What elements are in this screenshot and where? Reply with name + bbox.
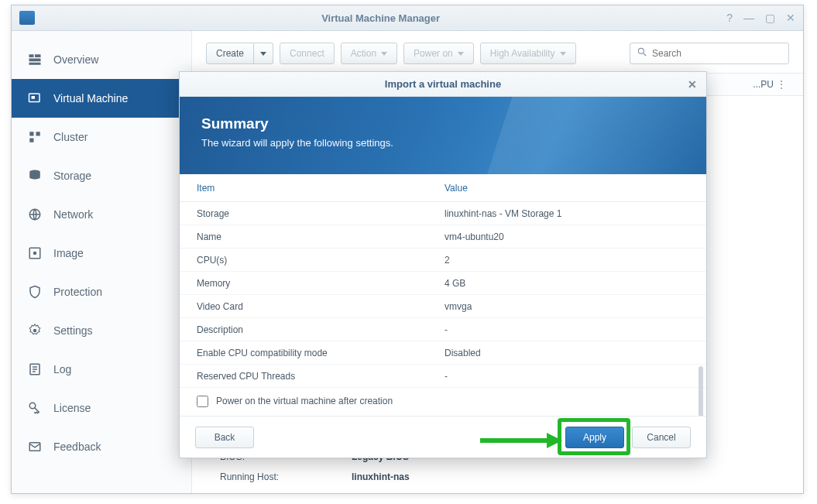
detail-key: Running Host:	[220, 471, 352, 482]
create-button[interactable]: Create	[206, 43, 254, 64]
dialog-close-icon[interactable]: ✕	[688, 78, 697, 91]
sidebar-item-label: Cluster	[53, 131, 88, 143]
sidebar-item-virtual-machine[interactable]: Virtual Machine	[12, 79, 191, 118]
summary-item: Memory	[197, 278, 445, 289]
svg-rect-1	[35, 54, 41, 57]
summary-value: -	[445, 324, 448, 335]
summary-value: vmvga	[445, 301, 472, 312]
connect-button[interactable]: Connect	[280, 43, 335, 64]
summary-item: Name	[197, 231, 445, 242]
sidebar-item-storage[interactable]: Storage	[12, 156, 191, 195]
summary-value: 4 GB	[445, 278, 465, 289]
svg-rect-8	[29, 139, 33, 142]
summary-value: linuxhint-nas - VM Storage 1	[445, 208, 561, 219]
power-on-button[interactable]: Power on	[403, 43, 474, 64]
summary-row: Video Cardvmvga	[180, 295, 706, 318]
grid-col-cpu[interactable]: ...PU	[735, 79, 774, 90]
sidebar-item-image[interactable]: Image	[12, 234, 191, 273]
create-dropdown[interactable]	[254, 43, 273, 64]
sidebar-item-overview[interactable]: Overview	[12, 40, 191, 79]
image-icon	[27, 245, 43, 261]
help-icon[interactable]: ?	[726, 12, 733, 24]
cancel-button[interactable]: Cancel	[632, 427, 691, 448]
svg-rect-3	[29, 63, 41, 65]
sidebar-item-label: Feedback	[53, 441, 101, 453]
caret-down-icon	[381, 52, 387, 56]
create-button-label: Create	[216, 48, 244, 59]
svg-rect-5	[32, 96, 36, 99]
summary-value: Disabled	[445, 348, 481, 358]
sidebar-item-protection[interactable]: Protection	[12, 273, 191, 311]
protection-icon	[27, 284, 43, 300]
summary-row: Namevm4-ubuntu20	[180, 225, 706, 249]
settings-icon	[27, 323, 43, 338]
apply-button-label: Apply	[583, 432, 606, 443]
sidebar-item-settings[interactable]: Settings	[12, 311, 191, 350]
summary-row: Description-	[180, 318, 706, 341]
ha-button-label: High Availability	[490, 48, 555, 59]
sidebar-item-label: Image	[53, 247, 84, 259]
summary-row: CPU(s)2	[180, 249, 706, 272]
summary-row: Memory4 GB	[180, 272, 706, 295]
svg-rect-2	[29, 59, 41, 62]
power-on-button-label: Power on	[414, 48, 453, 59]
svg-rect-6	[29, 132, 33, 135]
dialog-footer: Back Apply Cancel	[180, 416, 706, 458]
power-on-checkbox[interactable]	[197, 396, 208, 407]
cluster-icon	[27, 129, 43, 145]
sidebar-item-cluster[interactable]: Cluster	[12, 118, 191, 156]
dialog-subheading: The wizard will apply the following sett…	[201, 137, 685, 149]
sidebar-item-log[interactable]: Log	[12, 350, 191, 389]
sidebar-item-network[interactable]: Network	[12, 195, 191, 234]
storage-icon	[27, 168, 43, 183]
svg-line-21	[644, 53, 647, 57]
back-button[interactable]: Back	[195, 427, 254, 448]
vm-icon	[27, 91, 43, 106]
minimize-icon[interactable]: —	[743, 12, 754, 24]
power-on-checkbox-label: Power on the virtual machine after creat…	[216, 396, 393, 406]
summary-value: vm4-ubuntu20	[445, 231, 504, 242]
scrollbar-thumb[interactable]	[699, 366, 703, 416]
connect-button-label: Connect	[290, 48, 324, 59]
sidebar-item-feedback[interactable]: Feedback	[12, 427, 191, 466]
summary-item: Storage	[197, 208, 445, 219]
sidebar-item-label: Overview	[53, 53, 98, 66]
apply-button[interactable]: Apply	[565, 427, 624, 448]
maximize-icon[interactable]: ▢	[765, 12, 775, 24]
summary-row: Reserved CPU Threads-	[180, 365, 706, 388]
sidebar-item-label: License	[53, 402, 91, 414]
caret-down-icon	[560, 52, 566, 56]
close-window-icon[interactable]: ✕	[786, 12, 795, 24]
summary-row: Storagelinuxhint-nas - VM Storage 1	[180, 202, 706, 225]
action-button[interactable]: Action	[341, 43, 397, 64]
ha-button[interactable]: High Availability	[480, 43, 576, 64]
sidebar-item-label: Storage	[53, 170, 91, 182]
dialog-titlebar: Import a virtual machine ✕	[180, 72, 706, 97]
svg-point-20	[638, 48, 644, 53]
app-icon	[19, 11, 35, 25]
svg-point-12	[33, 252, 37, 255]
summary-item: Reserved CPU Threads	[197, 371, 445, 382]
dialog-banner: Summary The wizard will apply the follow…	[180, 97, 706, 174]
summary-table-head: Item Value	[180, 174, 706, 202]
svg-point-13	[33, 329, 37, 333]
sidebar: Overview Virtual Machine Cluster Storage…	[12, 31, 192, 493]
svg-rect-0	[29, 54, 34, 57]
summary-item: Description	[197, 324, 445, 335]
sidebar-item-license[interactable]: License	[12, 389, 191, 427]
sidebar-item-label: Network	[53, 208, 93, 221]
search-box[interactable]	[630, 43, 789, 64]
search-input[interactable]	[652, 48, 782, 59]
import-vm-dialog: Import a virtual machine ✕ Summary The w…	[179, 71, 707, 458]
dialog-body: Item Value Storagelinuxhint-nas - VM Sto…	[180, 174, 706, 416]
back-button-label: Back	[215, 432, 235, 443]
window-title: Virtual Machine Manager	[35, 12, 726, 24]
dialog-title: Import a virtual machine	[385, 78, 501, 90]
detail-row-host: Running Host: linuxhint-nas	[220, 467, 775, 487]
grid-column-menu[interactable]: ⋮	[774, 79, 789, 90]
sidebar-item-label: Virtual Machine	[53, 92, 128, 105]
dialog-heading: Summary	[201, 115, 685, 132]
sidebar-item-label: Settings	[53, 324, 93, 337]
summary-value: -	[445, 371, 448, 382]
log-icon	[27, 362, 43, 377]
